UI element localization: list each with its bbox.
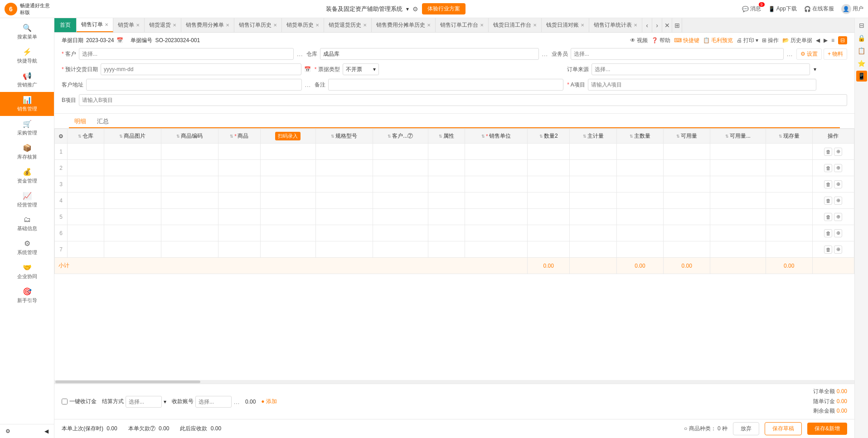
delivery-date-input[interactable] (101, 63, 301, 75)
tab-close-sales-order[interactable]: ✕ (105, 22, 108, 27)
row3-copy-btn[interactable]: ⊕ (834, 180, 842, 188)
row5-unit[interactable] (465, 209, 527, 225)
row2-avail2[interactable] (710, 160, 766, 176)
nav-next-btn[interactable]: ▶ (824, 37, 828, 43)
row1-ccode[interactable] (373, 144, 428, 160)
scrollbar-thumb[interactable] (55, 380, 200, 383)
row4-delete-btn[interactable]: 🗑 (824, 197, 832, 205)
row3-name[interactable] (218, 176, 260, 193)
tab-close-daily-workbench[interactable]: ✕ (533, 23, 537, 28)
row4-image[interactable] (104, 193, 161, 209)
th-name[interactable]: ⇅ * 商品 (218, 129, 260, 144)
add-btn[interactable]: ● 添加 (261, 398, 277, 405)
row2-mqty[interactable] (616, 160, 663, 176)
row2-code[interactable] (161, 160, 218, 176)
invoice-type-select[interactable]: 不开票 ▾ (343, 63, 379, 75)
row6-avail[interactable] (664, 225, 710, 241)
row4-ccode[interactable] (373, 193, 428, 209)
row2-qty2[interactable] (528, 160, 570, 176)
sidebar-item-nav[interactable]: ⚡ 快捷导航 (0, 44, 54, 68)
row6-delete-btn[interactable]: 🗑 (824, 229, 832, 237)
row7-munit[interactable] (570, 241, 616, 258)
row3-ccode[interactable] (373, 176, 428, 193)
row1-spec[interactable] (315, 144, 373, 160)
row1-warehouse[interactable] (68, 144, 104, 160)
row7-mqty[interactable] (616, 241, 663, 258)
settings-icon[interactable]: ⚙ (412, 5, 418, 13)
row5-scan[interactable] (260, 209, 315, 225)
row2-warehouse[interactable] (68, 160, 104, 176)
row6-ccode[interactable] (373, 225, 428, 241)
row2-name[interactable] (218, 160, 260, 176)
row7-qty2[interactable] (528, 241, 570, 258)
tab-stats[interactable]: 销售订单统计表 ✕ (589, 18, 642, 32)
th-attributes[interactable]: ⇅ 属性 (428, 129, 465, 144)
row2-avail[interactable] (664, 160, 710, 176)
th-main-unit[interactable]: ⇅ 主计量 (570, 129, 616, 144)
sidebar-item-operations[interactable]: 📈 经营管理 (0, 188, 54, 212)
row1-scan[interactable] (260, 144, 315, 160)
row1-name[interactable] (218, 144, 260, 160)
row2-copy-btn[interactable]: ⊕ (834, 164, 842, 172)
row5-avail2[interactable] (710, 209, 766, 225)
row5-ccode[interactable] (373, 209, 428, 225)
row3-mqty[interactable] (616, 176, 663, 193)
tab-detail[interactable]: 明细 (69, 116, 92, 128)
calendar-icon[interactable]: 📅 (116, 37, 123, 43)
warehouse-dots[interactable]: … (542, 50, 548, 58)
tab-sales-order[interactable]: 销售订单 ✕ (77, 18, 113, 32)
ops-btn[interactable]: ⊞ 操作 (762, 37, 779, 44)
help-btn[interactable]: ❓ 帮助 (651, 37, 670, 44)
row1-qty2[interactable] (528, 144, 570, 160)
row2-delete-btn[interactable]: 🗑 (824, 164, 832, 172)
row3-avail[interactable] (664, 176, 710, 193)
row3-scan[interactable] (260, 176, 315, 193)
view-btn[interactable]: 👁 视频 (630, 37, 648, 44)
th-code[interactable]: ⇅ 商品编码 (161, 129, 218, 144)
row6-qty2[interactable] (528, 225, 570, 241)
row2-munit[interactable] (570, 160, 616, 176)
row4-mqty[interactable] (616, 193, 663, 209)
sidebar-item-system[interactable]: ⚙ 系统管理 (0, 236, 54, 260)
th-qty2[interactable]: ⇅ 数量2 (528, 129, 570, 144)
tab-close-expense[interactable]: ✕ (226, 23, 229, 28)
discard-btn[interactable]: 放弃 (733, 422, 759, 435)
th-unit[interactable]: ⇅ * 销售单位 (465, 129, 527, 144)
address-input[interactable] (86, 79, 302, 91)
tab-close-all-btn[interactable]: ✕ (662, 18, 672, 32)
row6-copy-btn[interactable]: ⊕ (834, 229, 842, 237)
a-project-input[interactable] (588, 79, 816, 91)
row3-spec[interactable] (315, 176, 373, 193)
row4-spec[interactable] (315, 193, 373, 209)
row4-attr[interactable] (428, 193, 465, 209)
row2-attr[interactable] (428, 160, 465, 176)
tab-order-workbench[interactable]: 销售订单工作台 ✕ (436, 18, 489, 32)
sidebar-item-purchase[interactable]: 🛒 采购管理 (0, 116, 54, 140)
sidebar-item-collaboration[interactable]: 🤝 企业协同 (0, 260, 54, 284)
collapse-icon[interactable]: ◀ (44, 428, 48, 434)
list-view-btn[interactable]: ≡ (831, 37, 834, 43)
tab-close-order-workbench[interactable]: ✕ (480, 23, 484, 28)
tab-expense-history[interactable]: 销售费用分摊单历史 ✕ (372, 18, 436, 32)
right-icon-5[interactable]: 📱 (856, 71, 867, 82)
row4-copy-btn[interactable]: ⊕ (834, 197, 842, 205)
scan-btn[interactable]: 扫码录入 (275, 132, 301, 140)
tab-home[interactable]: 首页 (54, 18, 77, 32)
tab-return-history[interactable]: 销货退货历史 ✕ (324, 18, 372, 32)
row7-avail[interactable] (664, 241, 710, 258)
b-project-input[interactable] (79, 94, 847, 106)
row1-unit[interactable] (465, 144, 527, 160)
remarks-input[interactable] (328, 79, 564, 91)
tab-next-btn[interactable]: › (652, 18, 662, 32)
date-picker-icon[interactable]: 📅 (304, 66, 311, 72)
row7-avail2[interactable] (710, 241, 766, 258)
th-settings[interactable]: ⚙ (55, 129, 68, 144)
row7-unit[interactable] (465, 241, 527, 258)
tab-daily-workbench[interactable]: 钱货日清工作台 ✕ (489, 18, 542, 32)
tab-close-return[interactable]: ✕ (173, 23, 176, 28)
industry-btn[interactable]: 体验行业方案 (422, 3, 466, 14)
sidebar-item-guide[interactable]: 🎯 新手引导 (0, 284, 54, 308)
sidebar-item-sales[interactable]: 📊 销售管理 (0, 92, 54, 116)
row4-stock[interactable] (766, 193, 812, 209)
row7-code[interactable] (161, 241, 218, 258)
